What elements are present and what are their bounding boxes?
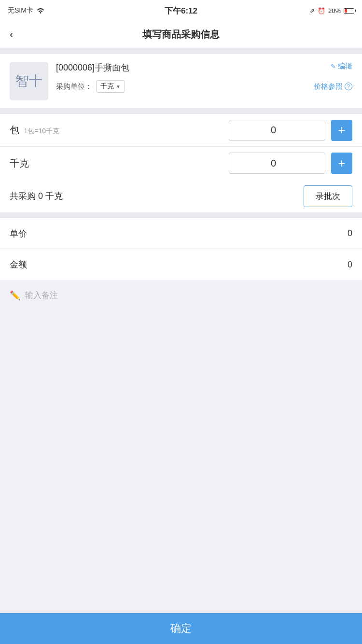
wifi-icon (36, 7, 45, 15)
summary-amount: 0 (38, 191, 43, 201)
product-image: 智十 (10, 62, 48, 100)
bag-sublabel: 1包=10千克 (24, 127, 60, 135)
battery-icon (344, 8, 354, 14)
amount-row: 金额 0 (0, 249, 362, 280)
status-time: 下午6:12 (165, 5, 197, 16)
price-section: 单价 0 金额 0 (0, 218, 362, 280)
bag-label: 包 1包=10千克 (10, 124, 59, 137)
mid-divider (0, 108, 362, 114)
status-left: 无SIM卡 (8, 6, 45, 15)
edit-button[interactable]: ✎ 编辑 (331, 62, 352, 71)
summary-row: 共采购 0 千克 录批次 (0, 180, 362, 212)
edit-icon: ✎ (331, 63, 336, 70)
kg-plus-button[interactable]: + (331, 153, 352, 174)
note-placeholder: 输入备注 (25, 290, 58, 301)
alarm-icon: ⏰ (318, 7, 325, 14)
bottom-divider (0, 212, 362, 218)
kg-label: 千克 (10, 157, 48, 170)
bag-input-wrap: + (59, 120, 352, 141)
page-title: 填写商品采购信息 (142, 28, 220, 41)
unit-price-row: 单价 0 (0, 218, 362, 249)
status-right: ⇗ ⏰ 20% (309, 7, 354, 14)
unit-label: 采购单位： 千克 ▼ (56, 80, 125, 93)
unit-price-label: 单价 (10, 228, 27, 239)
amount-value: 0 (348, 260, 352, 270)
batch-button[interactable]: 录批次 (304, 185, 352, 207)
top-divider (0, 48, 362, 54)
battery-percent: 20% (328, 7, 341, 14)
back-button[interactable]: ‹ (10, 25, 19, 45)
bag-input-row: 包 1包=10千克 + (0, 114, 362, 147)
summary-unit: 千克 (45, 191, 63, 201)
unit-price-value: 0 (348, 228, 352, 238)
nav-bar: ‹ 填写商品采购信息 (0, 21, 362, 48)
product-name: [0000006]手撕面包 (56, 62, 129, 73)
location-icon: ⇗ (309, 7, 315, 14)
product-logo: 智十 (15, 74, 42, 88)
note-input-wrap[interactable]: ✏️ 输入备注 (10, 290, 352, 301)
unit-dropdown-icon: ▼ (116, 84, 121, 89)
confirm-button[interactable]: 确定 (0, 613, 362, 644)
note-section: ✏️ 输入备注 (0, 280, 362, 357)
kg-input[interactable] (229, 153, 325, 174)
pencil-icon: ✏️ (10, 290, 20, 301)
bag-plus-button[interactable]: + (331, 120, 352, 141)
summary-text: 共采购 0 千克 (10, 190, 63, 202)
product-card: 智十 [0000006]手撕面包 ✎ 编辑 采购单位： 千克 ▼ (0, 54, 362, 108)
price-ref-button[interactable]: 价格参照 ? (314, 82, 352, 91)
network-label: 无SIM卡 (8, 6, 33, 15)
input-section: 包 1包=10千克 + 千克 + (0, 114, 362, 180)
amount-label: 金额 (10, 259, 27, 270)
price-ref-label: 价格参照 (314, 82, 343, 91)
status-bar: 无SIM卡 下午6:12 ⇗ ⏰ 20% (0, 0, 362, 21)
confirm-button-label: 确定 (170, 621, 192, 636)
price-ref-info-icon: ? (345, 83, 352, 90)
unit-value: 千克 (100, 82, 114, 91)
edit-label: 编辑 (338, 62, 352, 71)
product-info: [0000006]手撕面包 ✎ 编辑 采购单位： 千克 ▼ 价格参照 ? (56, 62, 352, 93)
kg-input-row: 千克 + (0, 147, 362, 180)
kg-input-wrap: + (48, 153, 352, 174)
bag-input[interactable] (229, 120, 325, 141)
unit-select[interactable]: 千克 ▼ (96, 80, 125, 93)
